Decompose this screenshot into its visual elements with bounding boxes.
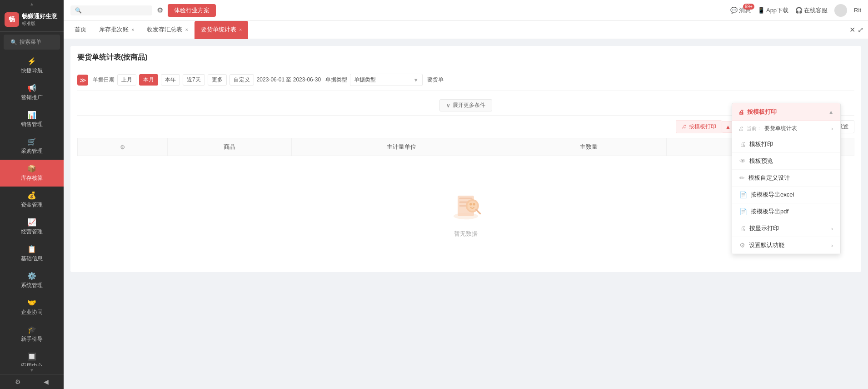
messages-item[interactable]: 💬 消息 99+ (730, 6, 751, 15)
topbar-gear-icon[interactable]: ⚙ (157, 6, 163, 15)
sales-icon: 📊 (27, 111, 36, 119)
inventory-icon: 📦 (27, 164, 36, 173)
username[interactable]: Rit (854, 7, 861, 14)
tab-batch-account[interactable]: 库存批次账 × (93, 21, 140, 39)
message-icon: 💬 (730, 7, 738, 14)
print-template-btn[interactable]: 🖨 按模板打印 (676, 120, 722, 133)
svg-point-8 (469, 203, 472, 205)
sidebar-item-label: 采购管理 (21, 147, 43, 155)
date-btn-last-month[interactable]: 上月 (117, 74, 136, 86)
dropdown-print-icon: 🖨 (738, 109, 744, 116)
dropdown-close-btn[interactable]: ▲ (828, 109, 834, 116)
sidebar-item-basics[interactable]: 📋 基础信息 (0, 240, 64, 267)
set-default-arrow: › (831, 242, 833, 249)
operations-icon: 📈 (27, 218, 36, 227)
online-service-item[interactable]: 🎧 在线客服 (795, 6, 828, 15)
sidebar-scroll-down[interactable]: ▼ (0, 366, 64, 374)
tabs-expand-btn[interactable]: ⤢ (858, 25, 863, 34)
sidebar-item-collab[interactable]: 🤝 企业协同 (0, 294, 64, 321)
yh-filter-group: 要货单 (427, 76, 444, 84)
dropdown-current-template[interactable]: 🖨 当前： 要货单统计表 › (732, 121, 840, 136)
sidebar-item-sales[interactable]: 📊 销售管理 (0, 106, 64, 133)
page-title: 要货单统计表(按商品) (77, 53, 854, 62)
sidebar-item-appstore[interactable]: 🔲 应用中心 (0, 348, 64, 366)
system-icon: ⚙️ (27, 272, 36, 280)
date-btn-this-month[interactable]: 本月 (139, 74, 158, 86)
col-product: 商品 (168, 138, 292, 156)
purchase-icon: 🛒 (27, 137, 36, 146)
dropdown-item-display-print[interactable]: 🖨 按显示打印 › (732, 220, 840, 237)
set-default-icon: ⚙ (739, 242, 745, 249)
tabs-actions: ✕ ⤢ (849, 25, 863, 34)
print-icon: 🖨 (682, 124, 687, 130)
dropdown-item-template-design[interactable]: ✏ 模板自定义设计 (732, 170, 840, 187)
sidebar-item-label: 基础信息 (21, 255, 43, 263)
app-download-icon: 📱 (758, 7, 765, 14)
template-print-icon: 🖨 (739, 141, 746, 148)
filter-expand-btn[interactable]: ≫ (77, 75, 88, 86)
guide-icon: 🎓 (27, 325, 36, 334)
type-filter-group: 单据类型 单据类型 ▼ (325, 74, 423, 86)
sidebar-item-label: 销售管理 (21, 121, 43, 128)
date-btn-this-year[interactable]: 本年 (161, 74, 180, 86)
svg-rect-2 (459, 198, 473, 200)
sidebar-item-marketing[interactable]: 📢 营销推广 (0, 79, 64, 106)
tab-batch-account-close[interactable]: × (131, 27, 134, 32)
mute-footer-btn[interactable]: ◀ (44, 378, 49, 385)
date-btn-custom[interactable]: 自定义 (229, 74, 254, 86)
sidebar-scroll-up[interactable]: ▲ (0, 0, 64, 8)
sidebar-search-label: 搜索菜单 (20, 38, 41, 46)
expand-more-btn[interactable]: ∨ 展开更多条件 (439, 99, 492, 111)
date-btn-more[interactable]: 更多 (208, 74, 227, 86)
dropdown-item-export-pdf[interactable]: 📄 按模板导出pdf (732, 203, 840, 220)
tab-order-stats-close[interactable]: × (239, 27, 242, 32)
dropdown-item-export-excel[interactable]: 📄 按模板导出excel (732, 187, 840, 203)
date-btn-7days[interactable]: 近7天 (183, 74, 205, 86)
dropdown-item-template-print[interactable]: 🖨 模板打印 (732, 136, 840, 153)
sidebar-item-purchase[interactable]: 🛒 采购管理 (0, 133, 64, 160)
tab-batch-account-label: 库存批次账 (99, 25, 129, 34)
export-excel-icon: 📄 (739, 191, 747, 198)
date-filter-label: 单据日期 (93, 76, 115, 84)
type-filter-arrow-icon: ▼ (413, 77, 419, 83)
col-settings[interactable]: ⚙ (78, 138, 168, 156)
topbar-search[interactable]: 🔍 (70, 5, 152, 15)
sidebar: ▲ 畅 畅赚通好生意 标准版 🔍 搜索菜单 ⚡ 快捷导航 📢 营销推广 📊 销售… (0, 0, 64, 389)
empty-text: 暂无数据 (454, 230, 478, 238)
finance-icon: 💰 (27, 191, 36, 200)
tab-home[interactable]: 首页 (68, 21, 93, 39)
sidebar-item-label: 库存核算 (21, 174, 43, 182)
col-quantity: 主数量 (511, 138, 667, 156)
tab-order-stats[interactable]: 要货单统计表 × (195, 21, 248, 39)
tab-receipt-summary[interactable]: 收发存汇总表 × (140, 21, 194, 39)
tab-receipt-summary-close[interactable]: × (185, 27, 188, 32)
settings-footer-btn[interactable]: ⚙ (15, 378, 21, 385)
col-unit: 主计量单位 (292, 138, 511, 156)
date-range-display: 2023-06-01 至 2023-06-30 (257, 76, 321, 84)
display-print-icon: 🖨 (739, 225, 746, 232)
user-avatar[interactable] (834, 4, 847, 17)
current-prefix: 当前： (747, 125, 762, 132)
sidebar-search[interactable]: 🔍 搜索菜单 (4, 35, 60, 50)
sidebar-item-inventory[interactable]: 📦 库存核算 (0, 160, 64, 187)
online-service-icon: 🎧 (795, 7, 803, 14)
trial-button[interactable]: 体验行业方案 (168, 4, 216, 17)
basics-icon: 📋 (27, 245, 36, 253)
print-btn-group: 🖨 按模板打印 ▲ (676, 120, 734, 133)
logo-icon: 畅 (5, 12, 19, 27)
sidebar-item-label: 企业协同 (21, 308, 43, 316)
tabs-close-btn[interactable]: ✕ (849, 25, 855, 34)
dropdown-item-set-default[interactable]: ⚙ 设置默认功能 › (732, 237, 840, 254)
sidebar-item-finance[interactable]: 💰 资金管理 (0, 187, 64, 213)
sidebar-item-label: 应用中心 (21, 362, 43, 366)
sidebar-item-guide[interactable]: 🎓 新手引导 (0, 321, 64, 348)
dropdown-item-label: 模板自定义设计 (748, 174, 790, 182)
app-download-label: App下载 (766, 6, 788, 15)
collab-icon: 🤝 (27, 298, 36, 307)
sidebar-item-operations[interactable]: 📈 经营管理 (0, 213, 64, 240)
app-download-item[interactable]: 📱 App下载 (758, 6, 788, 15)
sidebar-item-system[interactable]: ⚙️ 系统管理 (0, 267, 64, 294)
sidebar-item-quick-nav[interactable]: ⚡ 快捷导航 (0, 52, 64, 79)
type-filter-select[interactable]: 单据类型 ▼ (350, 74, 423, 86)
dropdown-item-template-preview[interactable]: 👁 模板预览 (732, 153, 840, 170)
